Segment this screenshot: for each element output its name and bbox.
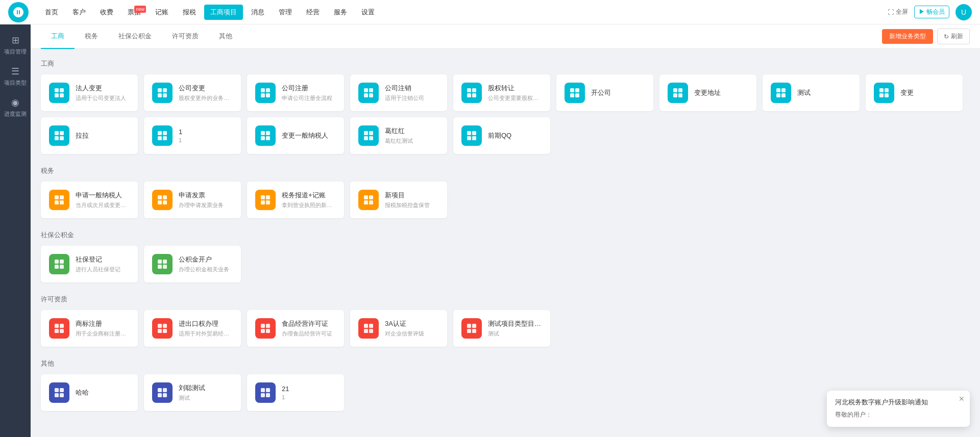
member-button[interactable]: ▶ 畅会员 (914, 6, 949, 18)
card-food-license[interactable]: 食品经营许可证办理食品经营许可证 (247, 310, 344, 347)
notification-close[interactable]: ✕ (959, 395, 965, 403)
cards-grid-social-fund: 社保登记进行人员社保登记 公积金开户办理公积金相关业务 (41, 246, 970, 282)
card-icon-lala (49, 125, 69, 146)
card-company-change[interactable]: 公司变更股权变更外的业务变更 (144, 74, 241, 111)
nav-item-customer[interactable]: 客户 (66, 5, 92, 20)
tab-other[interactable]: 其他 (209, 24, 242, 49)
svg-rect-100 (55, 388, 59, 392)
card-name-trademark: 商标注册 (76, 319, 130, 328)
card-icon-3a-cert (358, 318, 379, 339)
svg-rect-20 (570, 88, 574, 92)
svg-rect-31 (781, 93, 786, 97)
svg-rect-16 (467, 88, 471, 92)
svg-rect-49 (369, 131, 373, 135)
nav-item-bizproject[interactable]: 工商项目 (204, 5, 243, 20)
nav-item-tickets[interactable]: 票据new (121, 5, 147, 20)
card-apply-invoice[interactable]: 申请发票办理申请发票业务 (144, 182, 241, 218)
card-info-test-type: 测试项目类型目定义测试 (488, 319, 542, 338)
svg-rect-110 (261, 393, 265, 397)
nav-item-accounting[interactable]: 记账 (149, 5, 175, 20)
card-change1[interactable]: 变更 (866, 74, 963, 111)
svg-rect-11 (266, 93, 270, 97)
card-name-lala: 拉拉 (76, 131, 130, 140)
card-import-export[interactable]: 进出口权办理适用于对外贸易经营者 (144, 310, 241, 347)
card-icon-legal-change (49, 83, 69, 103)
card-name-change-taxpayer: 变更一般纳税人 (282, 131, 336, 140)
nav-item-services[interactable]: 服务 (328, 5, 353, 20)
sidebar-item-project-type[interactable]: ☰ 项目类型 (0, 61, 31, 92)
card-front-qq[interactable]: 前期QQ (453, 117, 550, 154)
nav-item-billing[interactable]: 收费 (94, 5, 119, 20)
svg-rect-93 (369, 324, 373, 328)
svg-rect-32 (879, 88, 884, 92)
nav-item-home[interactable]: 首页 (39, 5, 64, 20)
card-3a-cert[interactable]: 3A认证对企业信誉评级 (350, 310, 447, 347)
tab-biz[interactable]: 工商 (41, 24, 75, 49)
card-info-3a-cert: 3A认证对企业信誉评级 (385, 319, 439, 338)
card-social-register[interactable]: 社保登记进行人员社保登记 (41, 246, 138, 282)
card-equity-transfer[interactable]: 股权转让公司变更需要股权转让 (453, 74, 550, 111)
card-desc-trademark: 用于企业商标注册服务 (76, 330, 130, 338)
card-num21[interactable]: 211 (247, 374, 344, 411)
tab-social-fund[interactable]: 社保公积金 (108, 24, 162, 49)
card-fund-open[interactable]: 公积金开户办理公积金相关业务 (144, 246, 241, 282)
tab-tax[interactable]: 税务 (75, 24, 108, 49)
card-test1[interactable]: 测试 (763, 74, 860, 111)
card-icon-haha (49, 382, 69, 403)
avatar[interactable]: U (955, 4, 972, 20)
card-tax-report-bookkeep[interactable]: 税务报道+记账拿到营业执照的新公司 (247, 182, 344, 218)
card-num1[interactable]: 11 (144, 117, 241, 154)
nav-item-settings[interactable]: 设置 (355, 5, 381, 20)
card-info-haha: 哈哈 (76, 388, 130, 397)
nav-item-tax[interactable]: 报税 (177, 5, 202, 20)
card-icon-front-qq (461, 125, 482, 146)
card-apply-taxpayer[interactable]: 申请一般纳税人当月或次月成变更完成 (41, 182, 138, 218)
card-liu-test[interactable]: 刘聪测试测试 (144, 374, 241, 411)
svg-rect-90 (261, 329, 265, 333)
svg-rect-10 (261, 93, 265, 97)
card-legal-change[interactable]: 法人变更适用于公司变更法人 (41, 74, 138, 111)
sidebar: ⊞ 项目管理 ☰ 项目类型 ◉ 进度监测 (0, 24, 31, 437)
card-icon-social-register (49, 254, 69, 274)
nav-item-management[interactable]: 管理 (273, 5, 298, 20)
svg-rect-4 (158, 88, 162, 92)
card-name-3a-cert: 3A认证 (385, 319, 439, 328)
notification-content: 尊敬的用户： (835, 410, 962, 420)
refresh-button[interactable]: ↻ 刷新 (937, 29, 970, 44)
svg-rect-1 (60, 88, 64, 92)
card-desc-new-project: 报税加税控盘保管 (385, 201, 439, 209)
svg-rect-107 (163, 393, 167, 397)
logo[interactable] (8, 2, 29, 22)
card-icon-new-project (358, 190, 379, 210)
sidebar-item-project-mgmt[interactable]: ⊞ 项目管理 (0, 30, 31, 61)
card-new-project[interactable]: 新项目报税加税控盘保管 (350, 182, 447, 218)
card-open-company[interactable]: 开公司 (556, 74, 653, 111)
svg-rect-85 (163, 324, 167, 328)
card-name-company-cancel: 公司注销 (385, 84, 439, 93)
card-change-address[interactable]: 变更地址 (659, 74, 756, 111)
sidebar-icon-progress-monitor: ◉ (11, 97, 19, 108)
card-info-company-register: 公司注册申请公司注册全流程 (282, 84, 336, 102)
sidebar-icon-project-type: ☰ (11, 66, 19, 77)
svg-rect-79 (163, 265, 167, 269)
svg-rect-62 (158, 200, 162, 204)
card-lala[interactable]: 拉拉 (41, 117, 138, 154)
card-test-type[interactable]: 测试项目类型目定义测试 (453, 310, 550, 347)
card-company-register[interactable]: 公司注册申请公司注册全流程 (247, 74, 344, 111)
card-info-legal-change: 法人变更适用于公司变更法人 (76, 84, 130, 102)
sidebar-item-progress-monitor[interactable]: ◉ 进度监测 (0, 92, 31, 123)
svg-rect-12 (364, 88, 368, 92)
svg-rect-60 (158, 195, 162, 199)
card-haha[interactable]: 哈哈 (41, 374, 138, 411)
fullscreen-button[interactable]: ⛶ 全屏 (888, 8, 908, 16)
nav-item-operations[interactable]: 经营 (300, 5, 326, 20)
card-change-taxpayer[interactable]: 变更一般纳税人 (247, 117, 344, 154)
nav-item-messages[interactable]: 消息 (245, 5, 271, 20)
card-company-cancel[interactable]: 公司注销适用于注销公司 (350, 74, 447, 111)
card-trademark[interactable]: 商标注册用于企业商标注册服务 (41, 310, 138, 347)
card-mohonghong[interactable]: 葛红红葛红红测试 (350, 117, 447, 154)
tab-license[interactable]: 许可资质 (162, 24, 209, 49)
svg-rect-33 (885, 88, 889, 92)
add-type-button[interactable]: 新增业务类型 (882, 29, 933, 44)
card-info-num1: 11 (179, 128, 233, 143)
